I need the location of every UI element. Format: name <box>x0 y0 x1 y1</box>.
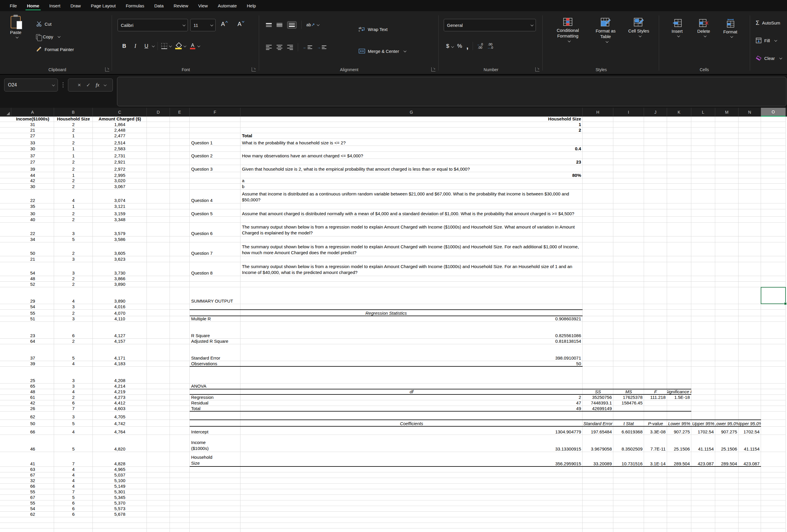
cell-K40[interactable]: 907.275 <box>667 427 691 435</box>
clipboard-dialog-launcher[interactable]: ↘ <box>105 67 109 71</box>
menu-tab-insert[interactable]: Insert <box>44 0 66 11</box>
cell-B25[interactable]: 3 <box>54 304 93 310</box>
alignment-dialog-launcher[interactable]: ↘ <box>431 67 435 71</box>
fill-button[interactable]: Fill <box>754 36 778 45</box>
clear-button[interactable]: Clear <box>754 53 783 63</box>
cell-G1[interactable]: Household Size <box>240 117 582 122</box>
cell-K39[interactable]: Lower 95% <box>667 420 691 427</box>
cell-A2[interactable]: 31 <box>11 122 54 128</box>
cell-C12[interactable]: 3,067 <box>93 184 147 190</box>
cell-G41[interactable]: 33.13300915 <box>240 435 582 452</box>
cell-A1[interactable]: Income($1000s) <box>11 117 54 122</box>
cell-C13[interactable]: 3,074 <box>93 190 147 203</box>
cell-C31[interactable]: 4,183 <box>93 361 147 367</box>
cut-button[interactable]: Cut <box>34 19 76 29</box>
cell-C42[interactable]: 4,828 <box>93 452 147 467</box>
cell-B16[interactable]: 2 <box>54 217 93 223</box>
cell-N39[interactable]: Upper 95.0% <box>739 420 761 427</box>
cell-A22[interactable]: 48 <box>11 276 54 282</box>
menu-tab-file[interactable]: File <box>5 0 22 11</box>
cell-B14[interactable]: 1 <box>54 203 93 209</box>
underline-button[interactable]: U <box>140 43 150 49</box>
cell-C17[interactable]: 3,579 <box>93 223 147 237</box>
cell-G6[interactable]: 0.4 <box>240 146 582 152</box>
cell-G19[interactable]: The summary output shown below is from a… <box>240 242 582 256</box>
cell-A25[interactable]: 54 <box>11 304 54 310</box>
cell-A47[interactable]: 55 <box>11 489 54 495</box>
cell-H41[interactable]: 3.9679058 <box>582 435 613 452</box>
cell-C18[interactable]: 3,586 <box>93 237 147 242</box>
insert-function-icon[interactable]: fx <box>93 82 102 88</box>
cell-L39[interactable]: Upper 95% <box>691 420 715 427</box>
cell-B47[interactable]: 7 <box>54 489 93 495</box>
decrease-decimal-button[interactable]: .00→.0 <box>487 43 493 49</box>
fill-color-button[interactable] <box>175 43 182 49</box>
cell-C6[interactable]: 2,583 <box>93 146 147 152</box>
menu-tab-page-layout[interactable]: Page Layout <box>86 0 121 11</box>
cell-C11[interactable]: 3,020 <box>93 178 147 184</box>
cell-I35[interactable]: 17625378 <box>613 395 644 400</box>
cell-F9[interactable]: Question 3 <box>190 165 240 172</box>
decrease-font-size-button[interactable]: A <box>237 21 244 27</box>
cell-G42[interactable]: 356.2959015 <box>240 452 582 467</box>
cell-B1[interactable]: Household Size <box>54 117 93 122</box>
cell-F27[interactable]: Multiple R <box>190 316 240 322</box>
cell-C46[interactable]: 5,149 <box>93 484 147 489</box>
cell-F26[interactable]: Regression Statistics <box>190 310 582 316</box>
cell-F28[interactable]: R Square <box>190 322 240 339</box>
cell-K41[interactable]: 25.1506 <box>667 435 691 452</box>
cell-L42[interactable]: 423.087 <box>691 452 715 467</box>
cell-C19[interactable]: 3,605 <box>93 242 147 256</box>
cell-C4[interactable]: 2,477 <box>93 133 147 139</box>
cell-F33[interactable]: ANOVA <box>190 383 240 389</box>
cell-A44[interactable]: 67 <box>11 472 54 478</box>
cell-L41[interactable]: 41.1154 <box>691 435 715 452</box>
cell-J39[interactable]: P-value <box>644 420 667 427</box>
column-header-L[interactable]: L <box>691 108 715 117</box>
cell-C39[interactable]: 4,742 <box>93 420 147 427</box>
cell-A4[interactable]: 27 <box>11 133 54 139</box>
bold-button[interactable]: B <box>118 43 130 49</box>
cell-A35[interactable]: 61 <box>11 395 54 400</box>
cell-C8[interactable]: 2,921 <box>93 159 147 165</box>
cell-F5[interactable]: Question 1 <box>190 139 240 146</box>
cell-B7[interactable]: 1 <box>54 152 93 159</box>
cell-C37[interactable]: 4,603 <box>93 406 147 412</box>
cell-C49[interactable]: 5,370 <box>93 501 147 506</box>
column-header-M[interactable]: M <box>715 108 739 117</box>
cell-J35[interactable]: 111.218 <box>644 395 667 400</box>
cell-C25[interactable]: 4,016 <box>93 304 147 310</box>
cell-A42[interactable]: 41 <box>11 452 54 467</box>
comma-format-button[interactable]: , <box>466 45 468 47</box>
cell-B49[interactable]: 6 <box>54 501 93 506</box>
cell-N40[interactable]: 1702.54 <box>739 427 761 435</box>
cell-C45[interactable]: 5,100 <box>93 478 147 484</box>
cell-B10[interactable]: 1 <box>54 172 93 178</box>
name-box[interactable]: O24 <box>4 79 58 91</box>
cell-A16[interactable]: 40 <box>11 217 54 223</box>
enter-check-icon[interactable]: ✓ <box>84 82 93 88</box>
cell-A36[interactable]: 42 <box>11 400 54 406</box>
cell-I36[interactable]: 158476.45 <box>613 400 644 406</box>
cell-G5[interactable]: What is the probability that a household… <box>240 139 347 146</box>
cell-B43[interactable]: 4 <box>54 467 93 472</box>
cell-B51[interactable]: 6 <box>54 512 93 517</box>
cell-B46[interactable]: 4 <box>54 484 93 489</box>
cell-A32[interactable]: 25 <box>11 367 54 383</box>
column-header-G[interactable]: G <box>240 108 582 117</box>
cell-A17[interactable]: 22 <box>11 223 54 237</box>
font-size-select[interactable]: 11 <box>190 19 216 31</box>
menu-tab-review[interactable]: Review <box>169 0 193 11</box>
cell-B17[interactable]: 3 <box>54 223 93 237</box>
cell-B33[interactable]: 3 <box>54 383 93 389</box>
column-header-H[interactable]: H <box>582 108 613 117</box>
cell-G15[interactable]: Assume that amount charged is distribute… <box>240 209 576 217</box>
cell-H42[interactable]: 33.20089 <box>582 452 613 467</box>
cell-G35[interactable]: 2 <box>240 395 582 400</box>
cell-B26[interactable]: 2 <box>54 310 93 316</box>
column-header-K[interactable]: K <box>667 108 691 117</box>
cell-A27[interactable]: 51 <box>11 316 54 322</box>
cell-C14[interactable]: 3,121 <box>93 203 147 209</box>
cell-B50[interactable]: 6 <box>54 506 93 512</box>
increase-font-size-button[interactable]: A <box>221 21 228 27</box>
